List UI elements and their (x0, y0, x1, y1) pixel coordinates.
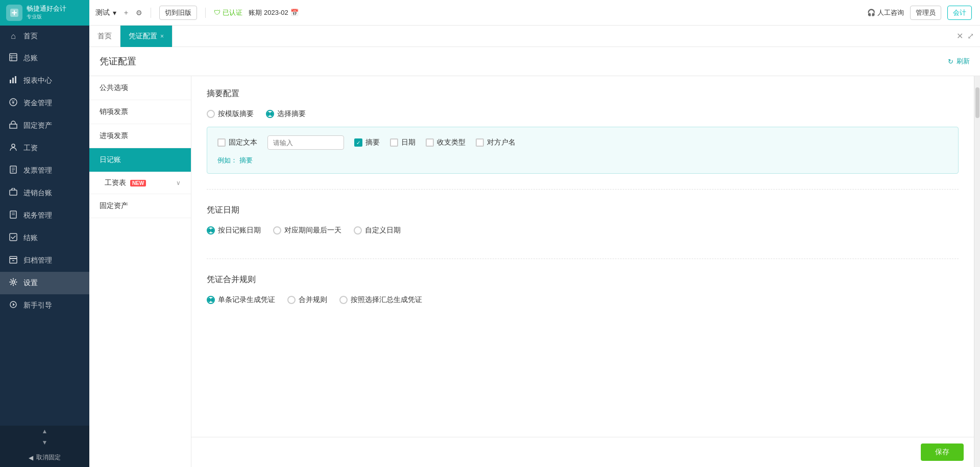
tab-voucher-config[interactable]: 凭证配置 × (120, 26, 173, 47)
merge-rule-title: 凭证合并规则 (207, 274, 959, 285)
wage-icon (8, 143, 18, 153)
radio-last-day[interactable]: 对应期间最后一天 (273, 226, 341, 235)
left-nav-purchase[interactable]: 进项发票 (89, 124, 191, 148)
sidebar-item-home[interactable]: ⌂ 首页 (0, 26, 89, 47)
sidebar-item-trade[interactable]: 进销台账 (0, 182, 89, 204)
sidebar-scroll-down[interactable]: ▼ (0, 437, 89, 448)
merge-rule-radio-group: 单条记录生成凭证 合并规则 按照选择汇总生成凭证 (207, 295, 959, 305)
summary-section-title: 摘要配置 (207, 88, 959, 99)
switch-old-btn[interactable]: 切到旧版 (159, 6, 197, 20)
save-button[interactable]: 保存 (921, 443, 964, 461)
left-nav-journal[interactable]: 日记账 (89, 148, 191, 172)
topbar-settings-icon[interactable]: ⚙ (136, 9, 142, 17)
tab-close-icon[interactable]: × (160, 33, 164, 40)
sidebar-item-label: 首页 (23, 32, 38, 41)
svg-rect-7 (15, 76, 16, 83)
sidebar-item-label: 税务管理 (23, 211, 52, 220)
radio-select[interactable]: 选择摘要 (266, 109, 306, 119)
close-window-btn[interactable]: ✕ (957, 31, 963, 41)
refresh-icon: ↻ (948, 58, 953, 65)
checkbox-counterpart[interactable]: 对方户名 (476, 138, 516, 147)
sidebar-item-invoice[interactable]: 发票管理 (0, 159, 89, 182)
sidebar-item-tax[interactable]: 税务管理 (0, 204, 89, 227)
main-layout: ⌂ 首页 总账 报表中心 ¥ 资金管理 (0, 26, 980, 467)
tax-icon (8, 211, 18, 221)
sidebar-item-settings[interactable]: 设置 (0, 272, 89, 294)
sidebar-item-report[interactable]: 报表中心 (0, 69, 89, 92)
right-scrollbar[interactable] (974, 76, 980, 467)
svg-point-24 (12, 281, 15, 284)
radio-summary-generate[interactable]: 按照选择汇总生成凭证 (339, 295, 422, 305)
checkbox-summary-box: ✓ (354, 138, 362, 147)
radio-template[interactable]: 按模版摘要 (207, 109, 254, 119)
sidebar-item-ledger[interactable]: 总账 (0, 47, 89, 69)
radio-by-journal[interactable]: 按日记账日期 (207, 226, 261, 235)
left-nav-wagelist[interactable]: 工资表 NEW ∨ (89, 172, 191, 194)
radio-merge[interactable]: 合并规则 (287, 295, 327, 305)
left-nav-fixed-asset[interactable]: 固定资产 (89, 194, 191, 218)
trade-icon (8, 188, 18, 198)
content-area: 首页 凭证配置 × ✕ ⤢ 凭证配置 ↻ 刷新 公共选项 (89, 26, 980, 467)
consult-btn[interactable]: 🎧 人工咨询 (867, 8, 904, 17)
sidebar-item-label: 总账 (23, 54, 38, 63)
admin-btn[interactable]: 管理员 (910, 6, 941, 20)
checkbox-date-box (390, 138, 398, 147)
left-nav-sales[interactable]: 销项发票 (89, 100, 191, 124)
summary-checkbox-row: 固定文本 ✓ 摘要 日期 (217, 135, 948, 150)
sidebar-scroll-up[interactable]: ▲ (0, 426, 89, 437)
summary-radio-group: 按模版摘要 选择摘要 (207, 109, 959, 119)
radio-summary-generate-label: 按照选择汇总生成凭证 (351, 295, 422, 305)
expand-window-btn[interactable]: ⤢ (967, 31, 974, 41)
summary-config-box: 固定文本 ✓ 摘要 日期 (207, 127, 959, 174)
radio-merge-label: 合并规则 (299, 295, 327, 305)
radio-last-day-label: 对应期间最后一天 (284, 226, 341, 235)
invoice-icon (8, 166, 18, 176)
svg-rect-1 (10, 54, 17, 61)
project-selector[interactable]: 测试 ▾ (95, 8, 116, 17)
checkbox-fixed-text[interactable]: 固定文本 (217, 138, 257, 147)
chevron-down-icon: ▾ (113, 9, 116, 17)
tab-home[interactable]: 首页 (89, 26, 120, 47)
guide-icon (8, 300, 18, 311)
merge-rule-section: 凭证合并规则 单条记录生成凭证 合并规则 (207, 274, 959, 328)
period-info: 账期 2023-02 📅 (249, 8, 299, 17)
radio-custom-date[interactable]: 自定义日期 (354, 226, 401, 235)
sidebar-item-label: 结账 (23, 233, 38, 243)
sidebar-item-archive[interactable]: 归档管理 (0, 249, 89, 272)
radio-summary-generate-circle (339, 296, 348, 304)
refresh-btn[interactable]: ↻ 刷新 (948, 57, 970, 74)
radio-single[interactable]: 单条记录生成凭证 (207, 295, 275, 305)
left-nav-public[interactable]: 公共选项 (89, 76, 191, 100)
chevron-down-icon: ∨ (176, 179, 181, 186)
checkbox-income-type-label: 收支类型 (437, 138, 465, 147)
checkbox-summary[interactable]: ✓ 摘要 (354, 138, 380, 147)
sidebar-item-label: 报表中心 (23, 76, 52, 85)
app-logo-text: 畅捷通好会计 专业版 (27, 5, 66, 20)
archive-icon (8, 255, 18, 266)
left-nav: 公共选项 销项发票 进项发票 日记账 工资表 NEW ∨ (89, 76, 191, 467)
svg-rect-6 (12, 78, 14, 83)
sidebar-item-settle[interactable]: 结账 (0, 227, 89, 249)
svg-point-11 (12, 144, 15, 147)
calendar-icon[interactable]: 📅 (290, 9, 299, 16)
certified-status: 🛡 已认证 (214, 8, 242, 17)
role-btn[interactable]: 会计 (947, 6, 972, 20)
sidebar-item-label: 发票管理 (23, 166, 52, 175)
topbar: 畅捷通好会计 专业版 测试 ▾ ＋ ⚙ 切到旧版 🛡 已认证 账期 2023-0… (0, 0, 980, 26)
checkbox-date[interactable]: 日期 (390, 138, 415, 147)
fixed-text-input[interactable] (267, 135, 344, 150)
sidebar-item-fund[interactable]: ¥ 资金管理 (0, 92, 89, 114)
settle-icon (8, 233, 18, 243)
checkbox-income-type[interactable]: 收支类型 (426, 138, 465, 147)
sidebar-item-guide[interactable]: 新手引导 (0, 294, 89, 317)
sidebar-item-wage[interactable]: 工资 (0, 137, 89, 159)
svg-rect-16 (10, 190, 17, 195)
tabs-bar: 首页 凭证配置 × ✕ ⤢ (89, 26, 980, 47)
sidebar-item-asset[interactable]: 固定资产 (0, 114, 89, 137)
svg-rect-22 (10, 256, 17, 259)
topbar-add-icon[interactable]: ＋ (122, 8, 130, 17)
sidebar: ⌂ 首页 总账 报表中心 ¥ 资金管理 (0, 26, 89, 467)
settings-wrapper: 摘要配置 按模版摘要 选择摘要 (191, 76, 974, 467)
sidebar-item-label: 归档管理 (23, 256, 52, 265)
cancel-fixed-btn[interactable]: ◀ 取消固定 (0, 448, 89, 467)
